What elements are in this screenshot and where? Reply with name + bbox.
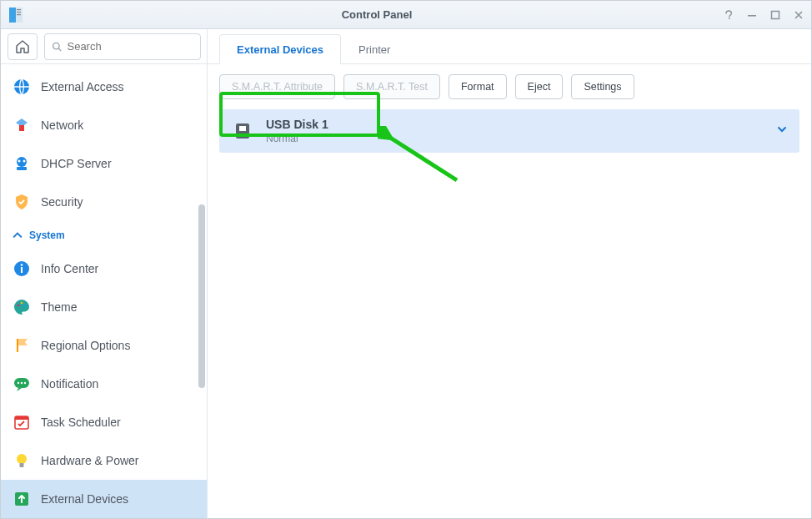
- sidebar-item-label: Info Center: [41, 262, 98, 275]
- usb-disk-icon: [231, 119, 254, 143]
- sidebar-item-info-center[interactable]: Info Center: [1, 249, 207, 288]
- upload-icon: [13, 490, 31, 508]
- eject-button[interactable]: Eject: [515, 74, 564, 99]
- minimize-icon[interactable]: [746, 9, 758, 21]
- svg-point-14: [18, 160, 21, 163]
- sidebar-toolbar: [1, 29, 208, 64]
- chat-icon: [13, 375, 31, 393]
- sidebar-item-notification[interactable]: Notification: [1, 365, 207, 403]
- svg-rect-3: [17, 12, 21, 13]
- device-text: USB Disk 1 Normal: [266, 118, 328, 144]
- sidebar-item-label: Task Scheduler: [41, 416, 121, 429]
- content-pane: External Devices Printer S.M.A.R.T. Attr…: [208, 29, 811, 519]
- sidebar-item-external-access[interactable]: External Access: [1, 68, 207, 106]
- device-name: USB Disk 1: [266, 118, 328, 131]
- sidebar-item-task-scheduler[interactable]: Task Scheduler: [1, 403, 207, 441]
- svg-rect-30: [20, 463, 24, 467]
- palette-icon: [13, 298, 31, 316]
- home-button[interactable]: [8, 33, 38, 60]
- svg-rect-2: [17, 9, 21, 10]
- chevron-up-icon: [13, 230, 23, 240]
- svg-point-20: [21, 302, 23, 305]
- sidebar-item-hardware-power[interactable]: Hardware & Power: [1, 441, 207, 480]
- flag-icon: [13, 336, 31, 355]
- sidebar-item-dhcp-server[interactable]: DHCP Server: [1, 144, 207, 183]
- svg-rect-33: [239, 126, 246, 131]
- svg-rect-11: [19, 125, 24, 131]
- maximize-icon[interactable]: [769, 9, 781, 21]
- svg-rect-0: [9, 8, 16, 23]
- svg-point-8: [53, 43, 59, 48]
- svg-rect-22: [17, 339, 18, 352]
- sidebar-item-network[interactable]: Network: [1, 106, 207, 144]
- sidebar-item-label: Regional Options: [41, 339, 130, 352]
- chevron-down-icon[interactable]: [776, 123, 788, 139]
- sidebar-item-label: Notification: [41, 377, 98, 391]
- svg-rect-34: [241, 134, 244, 136]
- svg-point-25: [21, 382, 23, 384]
- sidebar-item-label: Theme: [41, 300, 78, 314]
- svg-point-24: [18, 382, 19, 384]
- svg-rect-7: [772, 11, 779, 18]
- device-status: Normal: [266, 133, 328, 144]
- svg-rect-28: [15, 416, 28, 420]
- sidebar-item-label: DHCP Server: [41, 157, 112, 170]
- smart-attribute-button[interactable]: S.M.A.R.T. Attribute: [219, 74, 335, 99]
- tab-printer[interactable]: Printer: [341, 34, 408, 64]
- control-panel-window: Control Panel: [0, 0, 812, 519]
- close-icon[interactable]: [793, 9, 804, 21]
- svg-rect-4: [17, 14, 21, 15]
- sidebar: External Access Network DHCP Server Secu…: [1, 29, 208, 519]
- window-controls: [723, 9, 804, 21]
- format-button[interactable]: Format: [449, 74, 507, 99]
- sidebar-item-label: Hardware & Power: [41, 454, 139, 467]
- calendar-icon: [13, 413, 31, 431]
- sidebar-item-security[interactable]: Security: [1, 183, 207, 221]
- svg-point-18: [21, 264, 23, 266]
- tabs: External Devices Printer: [208, 29, 811, 64]
- window-title: Control Panel: [31, 8, 723, 21]
- sidebar-item-external-devices[interactable]: External Devices: [1, 480, 207, 518]
- smart-test-button[interactable]: S.M.A.R.T. Test: [343, 74, 440, 99]
- svg-point-19: [18, 305, 20, 307]
- sidebar-item-label: Security: [41, 195, 83, 209]
- svg-line-9: [58, 48, 61, 50]
- search-icon: [52, 41, 62, 53]
- titlebar: Control Panel: [1, 1, 811, 29]
- globe-icon: [13, 78, 31, 96]
- help-icon[interactable]: [723, 9, 734, 21]
- settings-button[interactable]: Settings: [571, 74, 634, 99]
- sidebar-scrollbar[interactable]: [198, 204, 205, 388]
- device-row-usb-disk-1[interactable]: USB Disk 1 Normal: [219, 109, 799, 153]
- section-label: System: [29, 229, 65, 241]
- section-header-system[interactable]: System: [1, 221, 207, 249]
- network-icon: [13, 116, 31, 134]
- bulb-icon: [13, 451, 31, 470]
- shield-icon: [13, 193, 31, 211]
- sidebar-item-regional-options[interactable]: Regional Options: [1, 326, 207, 365]
- info-icon: [13, 260, 31, 278]
- svg-point-15: [23, 160, 26, 163]
- svg-point-21: [24, 305, 27, 307]
- dhcp-icon: [13, 154, 31, 173]
- svg-rect-13: [17, 167, 27, 170]
- search-input[interactable]: [67, 40, 193, 53]
- tab-external-devices[interactable]: External Devices: [219, 34, 341, 64]
- sidebar-item-label: External Access: [41, 80, 124, 93]
- sidebar-item-label: Network: [41, 118, 83, 132]
- search-box[interactable]: [44, 33, 201, 60]
- svg-point-5: [728, 18, 729, 19]
- svg-rect-6: [748, 15, 756, 17]
- sidebar-item-label: External Devices: [41, 492, 128, 506]
- svg-point-12: [17, 157, 27, 167]
- sidebar-item-theme[interactable]: Theme: [1, 288, 207, 326]
- svg-point-29: [17, 454, 27, 464]
- svg-rect-17: [21, 267, 23, 273]
- action-bar: S.M.A.R.T. Attribute S.M.A.R.T. Test For…: [208, 64, 811, 109]
- app-icon: [8, 6, 24, 24]
- svg-point-26: [24, 382, 26, 384]
